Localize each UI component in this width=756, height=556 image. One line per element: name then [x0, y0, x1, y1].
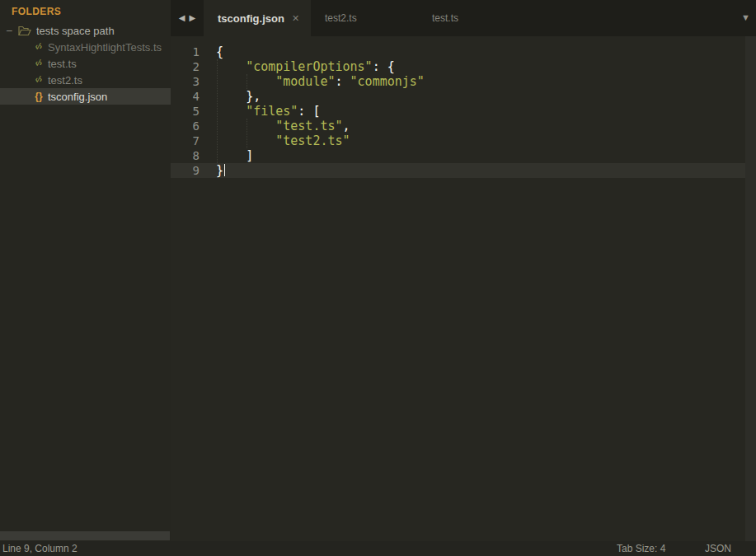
line-number: 2 [171, 59, 200, 74]
code-line-8[interactable]: 8 ] [171, 148, 745, 163]
line-number: 4 [171, 89, 200, 104]
tab-tsconfig.json[interactable]: tsconfig.json✕ [204, 0, 311, 36]
line-number: 8 [171, 148, 200, 163]
folder-open-icon [18, 26, 31, 36]
tab-label: tsconfig.json [218, 12, 284, 25]
editor-vertical-scrollbar[interactable] [745, 36, 756, 541]
line-number: 6 [171, 119, 200, 133]
code-line-1[interactable]: 1{ [171, 44, 745, 59]
editor-lines: 1{2 "compilerOptions": {3 "module": "com… [171, 44, 745, 178]
folders-header: FOLDERS [12, 6, 61, 17]
sidebar-item-SyntaxHightlightTests.ts[interactable]: ‹⁄›SyntaxHightlightTests.ts [0, 39, 171, 55]
code-editor[interactable]: 1{2 "compilerOptions": {3 "module": "com… [171, 36, 756, 541]
syntax-status[interactable]: JSON [705, 541, 731, 556]
sidebar-item-test2.ts[interactable]: ‹⁄›test2.ts [0, 72, 171, 88]
code-line-6[interactable]: 6 "test.ts", [171, 119, 745, 133]
code-text: "files": [ [200, 104, 320, 119]
line-number: 1 [171, 44, 200, 59]
folder-label: tests space path [36, 25, 115, 37]
sidebar-horizontal-scrollbar[interactable] [0, 531, 170, 540]
line-number: 3 [171, 74, 200, 89]
tab-test.ts[interactable]: test.ts [418, 0, 525, 36]
file-label: tsconfig.json [48, 91, 107, 103]
tab-nav-arrows: ◀ ▶ [171, 0, 204, 36]
file-label: test.ts [48, 58, 77, 70]
close-icon[interactable]: ✕ [292, 13, 299, 24]
code-line-7[interactable]: 7 "test2.ts" [171, 133, 745, 148]
main-area: ◀ ▶ tsconfig.json✕test2.tstest.ts ▼ 1{2 … [171, 0, 756, 541]
cursor-position-status: Line 9, Column 2 [2, 541, 77, 556]
code-text: { [200, 44, 223, 59]
sidebar-item-folder[interactable]: – tests space path [0, 22, 171, 39]
line-number: 7 [171, 133, 200, 148]
code-line-3[interactable]: 3 "module": "commonjs" [171, 74, 745, 89]
status-bar: Line 9, Column 2 Tab Size: 4 JSON [0, 541, 756, 556]
line-number: 5 [171, 104, 200, 119]
braces-file-icon: {} [33, 88, 45, 105]
ts-file-icon: ‹⁄› [33, 55, 45, 72]
code-text: ] [200, 148, 253, 163]
tab-test2.ts[interactable]: test2.ts [311, 0, 418, 36]
sidebar-item-test.ts[interactable]: ‹⁄›test.ts [0, 55, 171, 72]
code-text: "module": "commonjs" [200, 74, 425, 89]
file-label: test2.ts [48, 74, 82, 86]
code-line-5[interactable]: 5 "files": [ [171, 104, 745, 119]
code-text: } [200, 163, 225, 178]
tab-overflow-icon[interactable]: ▼ [741, 12, 750, 22]
sidebar: FOLDERS – tests space path ‹⁄›SyntaxHigh… [0, 0, 171, 541]
code-line-4[interactable]: 4 }, [171, 89, 745, 104]
tabs: tsconfig.json✕test2.tstest.ts [204, 0, 525, 36]
file-tree: – tests space path ‹⁄›SyntaxHightlightTe… [0, 22, 171, 105]
ts-file-icon: ‹⁄› [33, 72, 45, 88]
sidebar-item-tsconfig.json[interactable]: {}tsconfig.json [0, 88, 171, 105]
tab-back-icon[interactable]: ◀ [179, 14, 185, 22]
tab-label: test2.ts [325, 12, 357, 24]
ts-file-icon: ‹⁄› [33, 39, 45, 55]
code-text: "test.ts", [200, 119, 350, 133]
editor-window: FOLDERS – tests space path ‹⁄›SyntaxHigh… [0, 0, 756, 556]
tab-bar: ◀ ▶ tsconfig.json✕test2.tstest.ts ▼ [171, 0, 756, 36]
tab-size-status[interactable]: Tab Size: 4 [617, 541, 665, 556]
tab-label: test.ts [432, 12, 458, 24]
code-line-2[interactable]: 2 "compilerOptions": { [171, 59, 745, 74]
tab-forward-icon[interactable]: ▶ [190, 14, 196, 22]
code-text: }, [200, 89, 261, 104]
code-text: "compilerOptions": { [200, 59, 395, 74]
file-label: SyntaxHightlightTests.ts [48, 41, 162, 54]
code-text: "test2.ts" [200, 133, 350, 148]
code-line-9[interactable]: 9} [171, 163, 745, 178]
text-cursor [224, 164, 225, 176]
line-number: 9 [171, 163, 200, 178]
collapse-icon[interactable]: – [7, 22, 18, 39]
